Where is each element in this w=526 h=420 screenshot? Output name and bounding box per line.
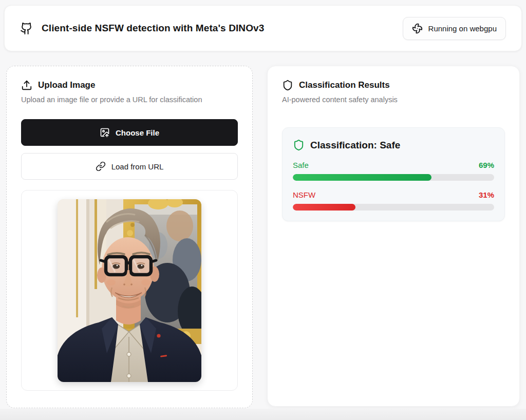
app-header: Client-side NSFW detection with Meta's D… xyxy=(4,5,522,51)
safe-score-row: Safe 69% xyxy=(293,161,494,181)
safe-percentage: 69% xyxy=(479,161,494,169)
page-title: Client-side NSFW detection with Meta's D… xyxy=(42,23,264,34)
results-panel: Classification Results AI-powered conten… xyxy=(267,66,520,407)
upload-icon xyxy=(21,80,32,91)
shield-safe-icon xyxy=(293,139,305,151)
upload-panel-title: Upload Image xyxy=(38,80,95,90)
classification-result-card: Classification: Safe Safe 69% NSFW 31% xyxy=(282,127,505,221)
upload-panel: Upload Image Upload an image file or pro… xyxy=(6,66,253,408)
nsfw-progress-fill xyxy=(293,204,355,211)
image-up-icon xyxy=(100,127,110,138)
nsfw-score-row: NSFW 31% xyxy=(293,190,494,211)
nsfw-progress-track xyxy=(293,204,494,211)
shield-icon xyxy=(282,80,293,91)
safe-progress-fill xyxy=(293,174,431,181)
classification-result-title: Classification: Safe xyxy=(310,140,400,151)
nsfw-label: NSFW xyxy=(293,190,315,199)
load-from-url-label: Load from URL xyxy=(111,162,164,171)
link-icon xyxy=(96,161,106,171)
fan-icon xyxy=(412,23,423,34)
results-panel-subtitle: AI-powered content safety analysis xyxy=(282,96,505,104)
choose-file-button[interactable]: Choose File xyxy=(21,119,238,146)
nsfw-percentage: 31% xyxy=(479,190,494,199)
github-icon xyxy=(20,22,33,35)
image-preview-card xyxy=(21,190,238,391)
results-panel-title: Classification Results xyxy=(299,80,390,90)
uploaded-image-preview xyxy=(58,199,201,382)
safe-progress-track xyxy=(293,174,494,181)
choose-file-label: Choose File xyxy=(116,128,159,137)
webgpu-button-label: Running on webgpu xyxy=(428,24,497,33)
safe-label: Safe xyxy=(293,161,309,169)
running-on-webgpu-button[interactable]: Running on webgpu xyxy=(403,17,506,40)
page-bottom-strip xyxy=(0,409,526,420)
upload-panel-subtitle: Upload an image file or provide a URL fo… xyxy=(21,96,238,104)
load-from-url-button[interactable]: Load from URL xyxy=(21,153,238,180)
